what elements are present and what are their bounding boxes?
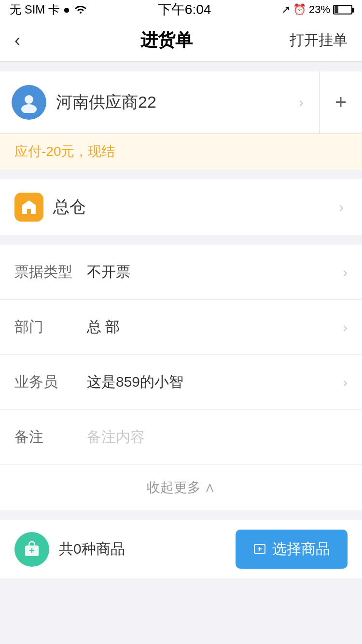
gap-3 (0, 235, 362, 245)
status-time: 下午6:04 (158, 0, 211, 19)
add-supplier-button[interactable]: + (320, 71, 362, 133)
select-product-label: 选择商品 (272, 539, 330, 559)
chevron-right-icon: › (343, 374, 348, 391)
salesperson-value: 这是859的小智 (87, 372, 343, 392)
notice-bar: 应付-20元，现结 (0, 133, 362, 169)
alarm-icon: ⏰ (293, 3, 306, 16)
product-bar: 共0种商品 选择商品 (0, 520, 362, 578)
back-button[interactable]: ‹ (14, 30, 43, 51)
open-pending-button[interactable]: 打开挂单 (290, 30, 348, 50)
invoice-type-value: 不开票 (87, 262, 343, 282)
supplier-name: 河南供应商22 (56, 91, 289, 113)
status-right: ↗ ⏰ 23% (281, 3, 352, 16)
remark-label: 备注 (14, 427, 87, 447)
invoice-type-row[interactable]: 票据类型 不开票 › (0, 245, 362, 300)
chevron-right-icon: › (343, 264, 348, 280)
location-icon: ↗ (281, 3, 290, 16)
warehouse-selector[interactable]: 总仓 › (0, 179, 362, 235)
gap-1 (0, 62, 362, 71)
department-row[interactable]: 部门 总 部 › (0, 300, 362, 355)
gap-2 (0, 169, 362, 179)
chevron-right-icon: › (299, 94, 304, 111)
collapse-label: 收起更多 ∧ (147, 478, 216, 497)
collapse-button[interactable]: 收起更多 ∧ (0, 465, 362, 510)
remark-row[interactable]: 备注 备注内容 (0, 410, 362, 465)
remark-input[interactable]: 备注内容 (87, 427, 348, 447)
gap-4 (0, 510, 362, 520)
invoice-type-label: 票据类型 (14, 262, 87, 282)
svg-point-1 (21, 104, 37, 113)
product-icon-wrap (14, 532, 49, 567)
page-title: 进货单 (140, 28, 193, 52)
department-label: 部门 (14, 317, 87, 337)
warehouse-name: 总仓 (53, 196, 329, 218)
battery-icon (333, 5, 352, 14)
product-count: 共0种商品 (59, 539, 226, 559)
background-fill (0, 578, 362, 644)
supplier-selector[interactable]: 河南供应商22 › (0, 71, 319, 133)
select-product-button[interactable]: 选择商品 (236, 530, 348, 569)
chevron-right-icon: › (339, 199, 344, 215)
supplier-avatar (12, 85, 46, 120)
salesperson-label: 业务员 (14, 372, 87, 392)
svg-point-0 (25, 95, 33, 104)
status-bar: 无 SIM 卡 ● 下午6:04 ↗ ⏰ 23% (0, 0, 362, 19)
no-sim-text: 无 SIM 卡 ● (10, 2, 70, 17)
battery-percent: 23% (309, 3, 330, 16)
status-left: 无 SIM 卡 ● (10, 2, 87, 17)
wifi-signal (74, 3, 87, 16)
chevron-right-icon: › (343, 319, 348, 336)
supplier-section: 河南供应商22 › + (0, 71, 362, 133)
salesperson-row[interactable]: 业务员 这是859的小智 › (0, 355, 362, 410)
department-value: 总 部 (87, 317, 343, 337)
nav-bar: ‹ 进货单 打开挂单 (0, 19, 362, 62)
warehouse-icon-wrap (14, 193, 43, 222)
